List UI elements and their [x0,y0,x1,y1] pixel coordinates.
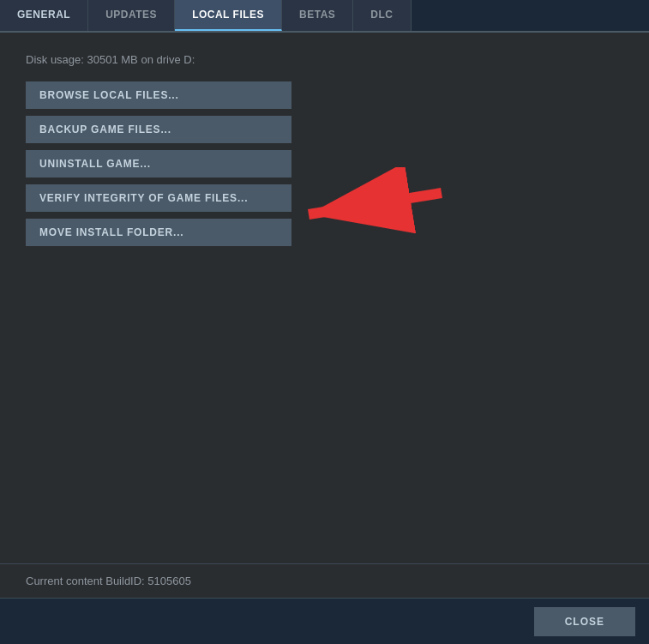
tab-updates[interactable]: UPDATES [88,0,175,31]
uninstall-game-button[interactable]: UNINSTALL GAME... [26,150,291,178]
footer: CLOSE [0,598,649,644]
verify-integrity-button[interactable]: VERIFY INTEGRITY OF GAME FILES... [26,184,291,212]
tab-betas[interactable]: BETAS [282,0,353,31]
disk-usage-label: Disk usage: 30501 MB on drive D: [26,53,623,66]
backup-game-files-button[interactable]: BACKUP GAME FILES... [26,116,291,143]
build-id-label: Current content BuildID: 5105605 [0,563,649,598]
content-area: Disk usage: 30501 MB on drive D: BROWSE … [0,33,649,594]
tab-dlc[interactable]: DLC [353,0,411,31]
tab-local-files[interactable]: LOCAL FILES [175,0,282,31]
close-button[interactable]: CLOSE [534,607,635,636]
move-install-folder-button[interactable]: MOVE INSTALL FOLDER... [26,219,291,246]
browse-local-files-button[interactable]: BROWSE LOCAL FILES... [26,81,291,109]
tab-bar: GENERALUPDATESLOCAL FILESBETASDLC [0,0,649,33]
action-buttons: BROWSE LOCAL FILES...BACKUP GAME FILES..… [26,81,623,246]
tab-general[interactable]: GENERAL [0,0,88,31]
